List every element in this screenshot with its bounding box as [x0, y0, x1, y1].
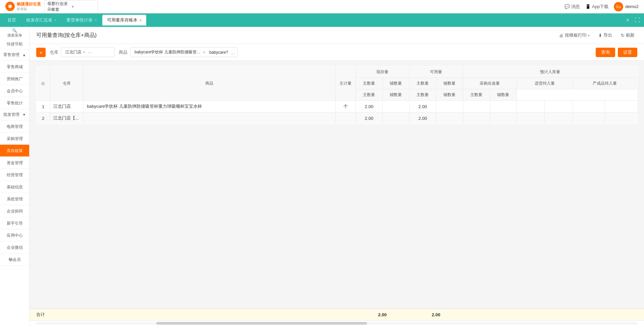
cell-purchase-main-2 — [463, 112, 490, 124]
sidebar-item-marketing[interactable]: 营销推广 — [0, 73, 29, 85]
print-icon: 🖨 — [559, 33, 564, 38]
th-incoming-main: 主数量 — [409, 89, 436, 101]
sidebar-item-member-plus[interactable]: 畅会员 — [0, 253, 29, 266]
filter-product-input[interactable]: babycare学饮杯 儿童防摔防撞吸管杯重力球吸嘴杯宝宝水杯 × babyca… — [130, 47, 238, 57]
sidebar-member-label: 会员中心 — [1, 88, 28, 94]
content-area: 可用量查询(按仓库+商品) 🖨 按模板打印 ▾ ⬇ 导出 ↻ 刷新 — [30, 27, 644, 326]
th-stock-aux: 辅数量 — [382, 78, 409, 89]
sidebar-item-purchase[interactable]: 采购管理 — [0, 133, 29, 145]
filter-warehouse-group: 仓库 江北门店 × ··· — [50, 47, 115, 57]
query-button[interactable]: 查询 — [596, 48, 615, 57]
sidebar-item-system[interactable]: 系统管理 — [0, 193, 29, 205]
sidebar-item-finance[interactable]: 资金管理 — [0, 157, 29, 169]
sidebar-item-inventory[interactable]: 库存核算 — [0, 145, 29, 157]
logo-text: 畅捷通好生意 标准版 — [17, 2, 41, 11]
page-title: 可用量查询(按仓库+商品) — [36, 32, 97, 39]
cell-product-2 — [84, 112, 336, 124]
th-product: 商品 — [84, 66, 336, 101]
product-tag-close-1[interactable]: × — [203, 50, 205, 55]
tab-available-stock[interactable]: 可用量库存账本 × — [102, 15, 146, 26]
cell-stock-main-2: 2.00 — [356, 112, 382, 124]
tab-receive-label: 收发存汇总表 — [26, 17, 52, 23]
cell-warehouse-2: 江北门店【... — [50, 112, 84, 124]
filter-expand-btn[interactable]: » — [36, 48, 46, 57]
msg-button[interactable]: 💬 消息 — [565, 4, 580, 10]
print-chevron-icon: ▾ — [588, 34, 590, 37]
th-purchase-main: 主数量 — [356, 89, 382, 101]
sidebar-item-enterprise[interactable]: 企业协同 — [0, 205, 29, 217]
sidebar-item-app-center[interactable]: 应用中心 — [0, 229, 29, 241]
refresh-label: 刷新 — [626, 32, 635, 38]
sidebar-nav-btn[interactable]: 快捷导航 — [0, 39, 29, 49]
top-bar-left: 畅捷通好生意 标准版 母婴行业演示账套 ▾ — [5, 0, 98, 13]
warehouse-tag-close[interactable]: × — [83, 50, 85, 55]
th-gear: ⚙ — [37, 66, 50, 101]
th-avail-main: 主数量 — [409, 78, 436, 89]
th-planned-group: 预计入库量 — [463, 66, 637, 78]
tab-order-close[interactable]: × — [95, 18, 97, 22]
tab-receive-summary[interactable]: 收发存汇总表 × — [21, 15, 61, 26]
filter-product-group: 商品 babycare学饮杯 儿童防摔防撞吸管杯重力球吸嘴杯宝宝水杯 × bab… — [119, 47, 238, 57]
template-selector[interactable]: 母婴行业演示账套 ▾ — [44, 0, 98, 13]
table-wrap: ⚙ 仓库 商品 主计量 现存量 可用量 预计入库量 主数量 辅数量 主数量 辅数… — [30, 61, 644, 308]
data-table: ⚙ 仓库 商品 主计量 现存量 可用量 预计入库量 主数量 辅数量 主数量 辅数… — [36, 66, 637, 124]
warehouse-dots[interactable]: ··· — [88, 50, 92, 55]
export-btn[interactable]: ⬇ 导出 — [596, 31, 615, 40]
sidebar-item-retail[interactable]: 零售管理 ▲ — [0, 49, 29, 61]
th-unit: 主计量 — [335, 66, 356, 101]
sidebar-item-basic-info[interactable]: 基础信息 — [0, 181, 29, 193]
cell-production-aux-1 — [605, 101, 637, 112]
sidebar-search-btn[interactable]: 🔍 搜索菜单 — [0, 27, 29, 39]
tab-nav-right: × ⛶ — [625, 16, 641, 25]
sidebar-item-retail-stat[interactable]: 零售统计 — [0, 97, 29, 109]
filter-warehouse-input[interactable]: 江北门店 × ··· — [61, 47, 115, 57]
print-btn[interactable]: 🖨 按模板打印 ▾ — [556, 31, 592, 40]
cell-warehouse-1: 江北门店 — [50, 101, 84, 112]
warehouse-tag: 江北门店 × — [64, 49, 87, 55]
tab-order-label: 要货单统计表 — [66, 17, 93, 23]
sidebar-item-wechat-work[interactable]: 企业微信 — [0, 241, 29, 253]
setting-button[interactable]: 设置 — [618, 48, 637, 57]
tab-close-all-btn[interactable]: × — [625, 16, 631, 25]
sidebar-retail-stat-label: 零售统计 — [1, 100, 28, 106]
page-header: 可用量查询(按仓库+商品) 🖨 按模板打印 ▾ ⬇ 导出 ↻ 刷新 — [30, 27, 644, 44]
sidebar-wholesale-label: 批发管理 — [3, 112, 19, 118]
tab-order-stat[interactable]: 要货单统计表 × — [62, 15, 101, 26]
th-available-group: 可用量 — [409, 66, 463, 78]
page-actions: 🖨 按模板打印 ▾ ⬇ 导出 ↻ 刷新 — [556, 31, 637, 40]
sidebar-item-ecommerce[interactable]: 电商管理 — [0, 121, 29, 133]
tab-expand-btn[interactable]: ⛶ — [633, 16, 641, 25]
sidebar-retail-mall-label: 零售商城 — [1, 64, 28, 70]
filter-bar: » 仓库 江北门店 × ··· 商品 babycare学饮杯 儿童防摔防撞吸管杯… — [30, 44, 644, 61]
cell-production-main-1 — [573, 101, 605, 112]
sidebar-basic-info-label: 基础信息 — [1, 184, 28, 190]
sidebar-nav-label: 快捷导航 — [7, 42, 23, 46]
user-profile[interactable]: Ea demo2 — [614, 2, 639, 11]
sidebar-item-operation[interactable]: 经营管理 — [0, 169, 29, 181]
th-incoming-aux: 辅数量 — [436, 89, 463, 101]
sidebar-finance-label: 资金管理 — [1, 160, 28, 166]
cell-incoming-main-1 — [517, 101, 545, 112]
sidebar-item-member[interactable]: 会员中心 — [0, 85, 29, 97]
tab-home[interactable]: 首页 — [3, 15, 21, 26]
tab-receive-close[interactable]: × — [54, 18, 56, 22]
sidebar-item-retail-mall[interactable]: 零售商城 — [0, 61, 29, 73]
sidebar-wechat-work-label: 企业微信 — [1, 245, 28, 250]
avatar: Ea — [614, 2, 623, 11]
search-icon: 🔍 — [12, 28, 17, 33]
tab-available-close[interactable]: × — [140, 18, 142, 22]
app-download-button[interactable]: 📱 App下载 — [585, 4, 608, 10]
chevron-down-icon: ▼ — [22, 113, 26, 117]
top-bar-right: 💬 消息 📱 App下载 Ea demo2 — [565, 2, 639, 11]
scroll-bar[interactable] — [36, 322, 637, 325]
sidebar-item-newbie[interactable]: 新手引导 — [0, 217, 29, 229]
refresh-btn[interactable]: ↻ 刷新 — [618, 31, 637, 40]
footer-label: 合计 — [36, 312, 76, 318]
product-dots[interactable]: ... — [231, 50, 235, 55]
logo-icon — [5, 2, 15, 11]
phone-icon: 📱 — [585, 4, 591, 9]
gear-icon[interactable]: ⚙ — [41, 81, 45, 86]
main-layout: 🔍 搜索菜单 快捷导航 零售管理 ▲ 零售商城 营销推广 会员中心 零售统计 批… — [0, 27, 644, 326]
th-purchase-group: 采购在途量 — [463, 78, 517, 89]
sidebar-item-wholesale[interactable]: 批发管理 ▼ — [0, 109, 29, 121]
